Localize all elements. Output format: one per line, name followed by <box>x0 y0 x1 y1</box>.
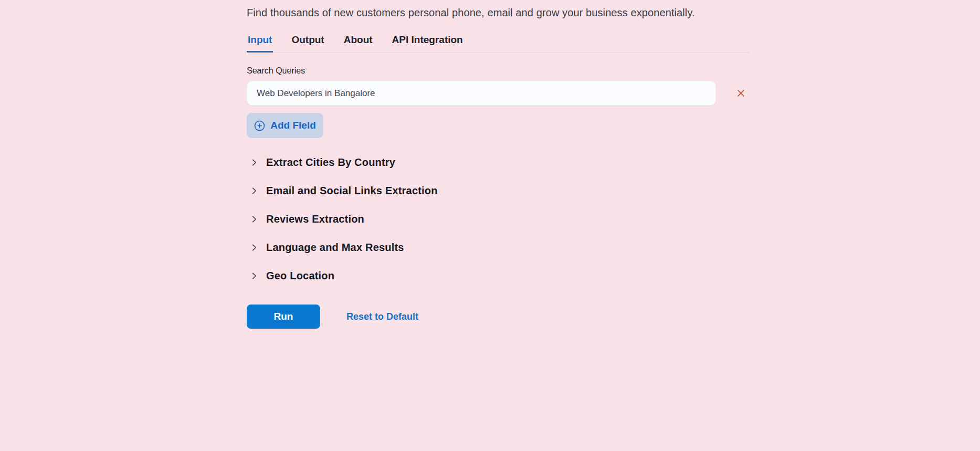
add-field-label: Add Field <box>270 120 316 131</box>
section-email-and-social-links[interactable]: Email and Social Links Extraction <box>247 176 750 205</box>
query-row <box>247 81 750 106</box>
remove-query-button[interactable] <box>732 85 750 102</box>
search-query-input[interactable] <box>247 81 716 106</box>
section-geo-location[interactable]: Geo Location <box>247 261 750 290</box>
page-tagline: Find thousands of new customers personal… <box>247 6 750 19</box>
actions-row: Run Reset to Default <box>247 305 750 329</box>
chevron-right-icon <box>250 215 258 223</box>
search-queries-label: Search Queries <box>247 66 750 76</box>
section-title: Geo Location <box>266 270 334 282</box>
chevron-right-icon <box>250 244 258 251</box>
close-icon <box>736 89 745 98</box>
add-field-button[interactable]: Add Field <box>247 113 323 138</box>
tab-bar: Input Output About API Integration <box>247 34 750 53</box>
tab-output[interactable]: Output <box>290 34 325 53</box>
section-reviews-extraction[interactable]: Reviews Extraction <box>247 205 750 233</box>
chevron-right-icon <box>250 159 258 166</box>
section-title: Email and Social Links Extraction <box>266 185 438 197</box>
tab-input[interactable]: Input <box>247 34 273 53</box>
chevron-right-icon <box>250 187 258 195</box>
plus-circle-icon <box>254 120 265 131</box>
reset-to-default-link[interactable]: Reset to Default <box>346 311 418 322</box>
section-title: Language and Max Results <box>266 242 404 254</box>
section-title: Reviews Extraction <box>266 213 364 225</box>
section-title: Extract Cities By Country <box>266 156 395 169</box>
section-extract-cities-by-country[interactable]: Extract Cities By Country <box>247 148 750 176</box>
run-button[interactable]: Run <box>247 305 320 329</box>
main-content: Find thousands of new customers personal… <box>247 0 750 329</box>
tab-about[interactable]: About <box>343 34 374 53</box>
tab-api-integration[interactable]: API Integration <box>391 34 464 53</box>
collapsible-sections: Extract Cities By Country Email and Soci… <box>247 148 750 290</box>
section-language-and-max-results[interactable]: Language and Max Results <box>247 233 750 261</box>
chevron-right-icon <box>250 272 258 280</box>
